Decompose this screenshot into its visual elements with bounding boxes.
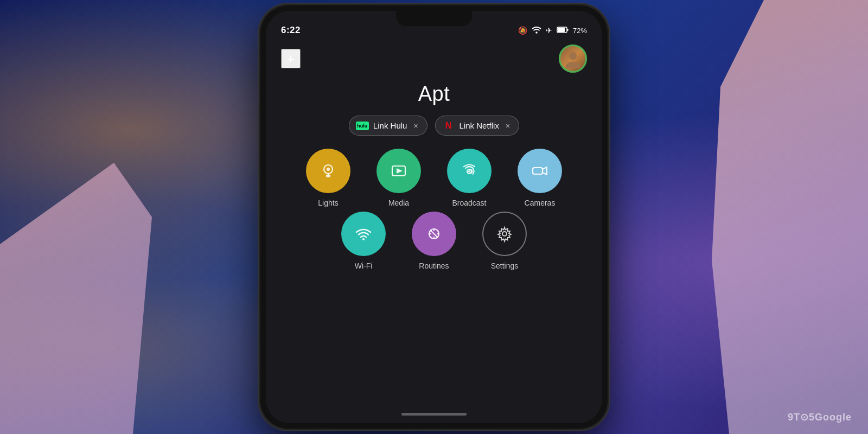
settings-label: Settings: [491, 261, 519, 270]
phone-wrapper: 6:22 🔕 ✈: [260, 5, 608, 429]
app-title: Apt: [266, 75, 602, 116]
routines-circle: [412, 212, 456, 256]
cameras-circle: [518, 149, 562, 193]
grid-item-broadcast[interactable]: Broadcast: [434, 149, 505, 207]
svg-point-23: [502, 232, 507, 236]
lights-circle: [306, 149, 350, 193]
notch-area: [266, 11, 602, 17]
grid-item-settings[interactable]: Settings: [469, 212, 540, 270]
media-label: Media: [388, 199, 409, 207]
routines-label: Routines: [419, 261, 449, 270]
netflix-pill[interactable]: N Link Netflix ×: [435, 116, 520, 136]
top-bar: +: [266, 39, 602, 75]
avatar[interactable]: [559, 44, 587, 73]
airplane-icon: ✈: [546, 26, 552, 35]
status-time: 6:22: [281, 25, 301, 36]
media-circle: [376, 149, 421, 193]
hulu-logo: hulu: [356, 122, 369, 130]
lights-label: Lights: [318, 199, 338, 207]
svg-rect-14: [533, 168, 542, 174]
svg-point-16: [362, 238, 365, 240]
svg-point-4: [569, 52, 577, 60]
phone-device: 6:22 🔕 ✈: [260, 5, 608, 429]
grid-section: Lights Media: [266, 149, 602, 409]
grid-row-2: Wi-Fi: [279, 212, 589, 270]
settings-circle: [482, 212, 527, 256]
svg-point-9: [327, 168, 330, 171]
grid-item-media[interactable]: Media: [363, 149, 434, 207]
broadcast-label: Broadcast: [452, 199, 486, 207]
wifi-label: Wi-Fi: [355, 261, 373, 270]
add-button[interactable]: +: [281, 49, 301, 68]
svg-marker-11: [397, 168, 403, 174]
hulu-close[interactable]: ×: [413, 122, 418, 130]
svg-rect-3: [558, 28, 565, 32]
mute-icon: 🔕: [518, 26, 527, 35]
watermark: 9T⊙5Google: [788, 411, 852, 423]
phone-screen: 6:22 🔕 ✈: [266, 11, 602, 423]
grid-item-cameras[interactable]: Cameras: [505, 149, 575, 207]
battery-percent: 72%: [573, 27, 587, 35]
status-icons: 🔕 ✈: [518, 26, 587, 35]
netflix-close[interactable]: ×: [506, 122, 510, 130]
hulu-label: Link Hulu: [373, 121, 407, 130]
battery-icon: [557, 26, 569, 35]
hulu-pill[interactable]: hulu Link Hulu ×: [349, 116, 427, 136]
status-bar: 6:22 🔕 ✈: [266, 17, 602, 39]
svg-line-22: [431, 231, 437, 237]
broadcast-circle: [447, 149, 492, 193]
bottom-indicator: [401, 413, 467, 416]
grid-item-routines[interactable]: Routines: [399, 212, 469, 270]
grid-item-wifi[interactable]: Wi-Fi: [328, 212, 399, 270]
svg-rect-2: [567, 29, 568, 31]
grid-item-lights[interactable]: Lights: [293, 149, 363, 207]
netflix-label: Link Netflix: [459, 121, 499, 130]
wifi-circle: [341, 212, 386, 256]
wifi-status-icon: [532, 26, 541, 35]
grid-row-1: Lights Media: [279, 149, 589, 207]
svg-point-0: [535, 31, 538, 34]
netflix-logo: N: [442, 122, 455, 130]
svg-point-13: [468, 170, 470, 173]
cameras-label: Cameras: [525, 199, 556, 207]
svg-marker-15: [542, 167, 547, 175]
service-links: hulu Link Hulu × N Link Netflix ×: [266, 116, 602, 149]
